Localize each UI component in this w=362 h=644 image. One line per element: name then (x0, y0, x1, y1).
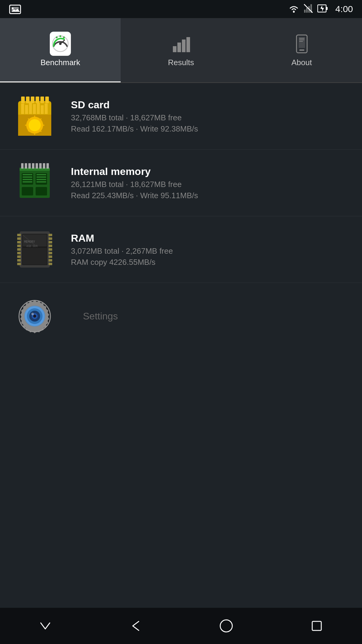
svg-rect-97 (49, 263, 52, 265)
nav-down-button[interactable] (33, 614, 57, 638)
svg-rect-86 (17, 255, 21, 258)
results-tab-label: Results (168, 58, 194, 67)
benchmark-tab-label: Benchmark (40, 58, 80, 67)
svg-rect-29 (299, 40, 304, 40)
svg-rect-76 (37, 176, 46, 178)
benchmark-tab-icon (50, 33, 71, 54)
wifi-icon (288, 4, 299, 14)
svg-rect-34 (26, 97, 30, 103)
svg-rect-38 (45, 97, 49, 103)
svg-rect-63 (21, 163, 24, 169)
svg-rect-95 (49, 255, 52, 258)
svg-rect-96 (49, 259, 52, 262)
ram-item[interactable]: MEMORY 4GB DDR RAM 3,072MB total · 2,267… (0, 216, 362, 283)
content-area: SD card 32,768MB total · 18,627MB free R… (0, 83, 362, 608)
status-bar: 4:00 (0, 0, 362, 18)
svg-rect-82 (17, 241, 21, 243)
svg-rect-67 (36, 163, 38, 169)
svg-rect-66 (32, 163, 34, 169)
svg-point-48 (29, 119, 41, 131)
ram-text: RAM 3,072MB total · 2,267MB free RAM cop… (71, 232, 351, 267)
internal-sub: 26,121MB total · 18,627MB free (71, 180, 351, 189)
svg-point-4 (293, 11, 295, 13)
battery-icon (317, 4, 328, 14)
svg-rect-44 (37, 103, 40, 114)
svg-point-20 (63, 36, 65, 38)
nav-recents-button[interactable] (305, 614, 329, 638)
svg-rect-73 (23, 179, 32, 180)
svg-rect-24 (186, 37, 190, 52)
results-tab-icon (170, 33, 192, 54)
svg-rect-87 (17, 259, 21, 262)
about-tab-icon (291, 33, 312, 54)
svg-point-17 (59, 43, 62, 45)
settings-icon (11, 292, 59, 340)
sdcard-text: SD card 32,768MB total · 18,627MB free R… (71, 99, 351, 134)
svg-rect-85 (17, 252, 21, 254)
svg-text:4GB DDR: 4GB DDR (26, 245, 38, 248)
settings-label: Settings (83, 311, 118, 322)
ram-speed: RAM copy 4226.55MB/s (71, 258, 351, 267)
svg-rect-40 (21, 103, 24, 114)
svg-rect-36 (36, 97, 39, 103)
svg-rect-83 (17, 245, 21, 247)
svg-rect-41 (25, 105, 28, 114)
sdcard-speed: Read 162.17MB/s · Write 92.38MB/s (71, 124, 351, 134)
status-icons: 4:00 (288, 4, 353, 14)
ram-icon: MEMORY 4GB DDR (11, 225, 59, 274)
svg-rect-75 (37, 174, 46, 175)
settings-item[interactable]: Settings (0, 283, 362, 349)
svg-rect-80 (17, 234, 21, 236)
status-time: 4:00 (335, 4, 353, 14)
svg-point-3 (12, 8, 14, 9)
sdcard-icon (11, 92, 59, 140)
bottom-nav (0, 608, 362, 644)
svg-rect-21 (173, 46, 176, 52)
svg-rect-30 (299, 41, 303, 42)
svg-rect-100 (23, 248, 47, 265)
svg-rect-37 (40, 97, 44, 103)
sdcard-item[interactable]: SD card 32,768MB total · 18,627MB free R… (0, 83, 362, 150)
svg-rect-22 (177, 43, 181, 52)
svg-rect-93 (49, 248, 52, 251)
svg-rect-69 (43, 163, 45, 169)
svg-rect-81 (17, 237, 21, 240)
svg-rect-23 (182, 40, 186, 52)
svg-rect-68 (39, 163, 42, 169)
tab-results[interactable]: Results (121, 18, 241, 82)
svg-rect-35 (31, 97, 34, 103)
svg-rect-64 (25, 163, 27, 169)
sdcard-title: SD card (71, 99, 351, 111)
svg-rect-45 (41, 105, 44, 114)
svg-rect-94 (49, 252, 52, 254)
internal-memory-icon (11, 159, 59, 207)
internal-memory-item[interactable]: Internal memory 26,121MB total · 18,627M… (0, 150, 362, 216)
svg-rect-88 (17, 263, 21, 265)
svg-rect-74 (23, 181, 32, 182)
internal-title: Internal memory (71, 166, 351, 177)
svg-rect-90 (49, 237, 52, 240)
ram-sub: 3,072MB total · 2,267MB free (71, 246, 351, 256)
nav-home-button[interactable] (214, 614, 238, 638)
tab-benchmark[interactable]: Benchmark (0, 18, 121, 82)
svg-rect-78 (37, 181, 46, 182)
nav-back-button[interactable] (124, 614, 148, 638)
svg-point-19 (56, 36, 58, 38)
svg-point-109 (33, 315, 36, 318)
svg-rect-43 (33, 104, 36, 114)
svg-rect-62 (36, 187, 47, 195)
ram-title: RAM (71, 232, 351, 244)
tab-bar: Benchmark Results (0, 18, 362, 83)
svg-rect-114 (312, 621, 321, 630)
svg-rect-42 (29, 102, 32, 114)
signal-icon (303, 4, 313, 14)
notification-icon (9, 5, 21, 16)
svg-rect-12 (326, 7, 328, 10)
svg-rect-27 (299, 49, 304, 51)
svg-rect-72 (23, 176, 32, 178)
svg-point-113 (220, 620, 232, 632)
svg-rect-92 (49, 245, 52, 247)
tab-about[interactable]: About (241, 18, 362, 82)
internal-memory-text: Internal memory 26,121MB total · 18,627M… (71, 166, 351, 200)
svg-rect-77 (37, 179, 46, 180)
